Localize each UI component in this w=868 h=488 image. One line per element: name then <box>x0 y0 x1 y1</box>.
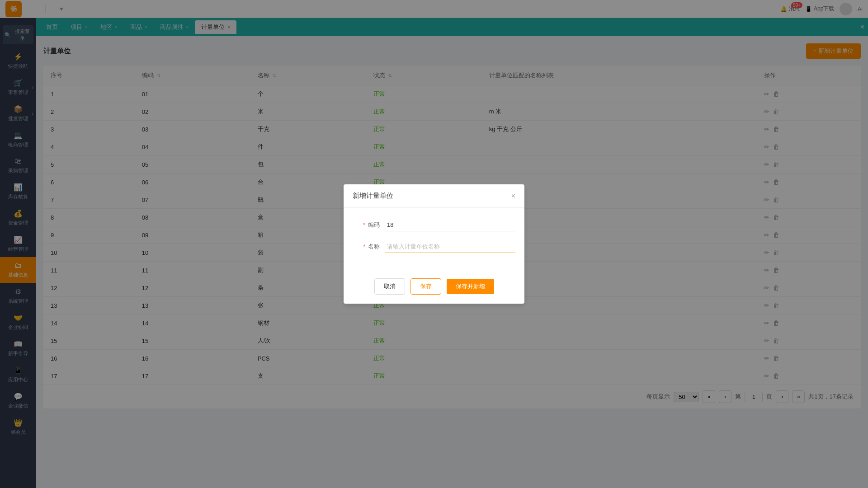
modal-body: * 编码 * 名称 <box>344 208 524 273</box>
modal-close-button[interactable]: × <box>511 192 515 200</box>
save-button[interactable]: 保存 <box>410 278 441 295</box>
name-label: * 名称 <box>353 243 380 251</box>
modal-header: 新增计量单位 × <box>344 184 524 208</box>
modal-footer: 取消 保存 保存并新增 <box>344 273 524 304</box>
name-required-mark: * <box>363 243 365 250</box>
code-label: * 编码 <box>353 221 380 229</box>
form-row-name: * 名称 <box>353 240 515 253</box>
modal-overlay[interactable]: 新增计量单位 × * 编码 * 名称 取消 保存 保存并新增 <box>0 0 868 488</box>
name-input[interactable] <box>385 240 515 253</box>
cancel-button[interactable]: 取消 <box>374 278 405 295</box>
name-label-text: 名称 <box>368 243 380 250</box>
code-required-mark: * <box>363 221 365 228</box>
code-input[interactable] <box>385 219 515 231</box>
modal-title: 新增计量单位 <box>353 192 393 200</box>
save-add-button[interactable]: 保存并新增 <box>447 279 494 294</box>
add-unit-modal: 新增计量单位 × * 编码 * 名称 取消 保存 保存并新增 <box>344 184 524 304</box>
code-label-text: 编码 <box>368 221 380 228</box>
form-row-code: * 编码 <box>353 219 515 231</box>
